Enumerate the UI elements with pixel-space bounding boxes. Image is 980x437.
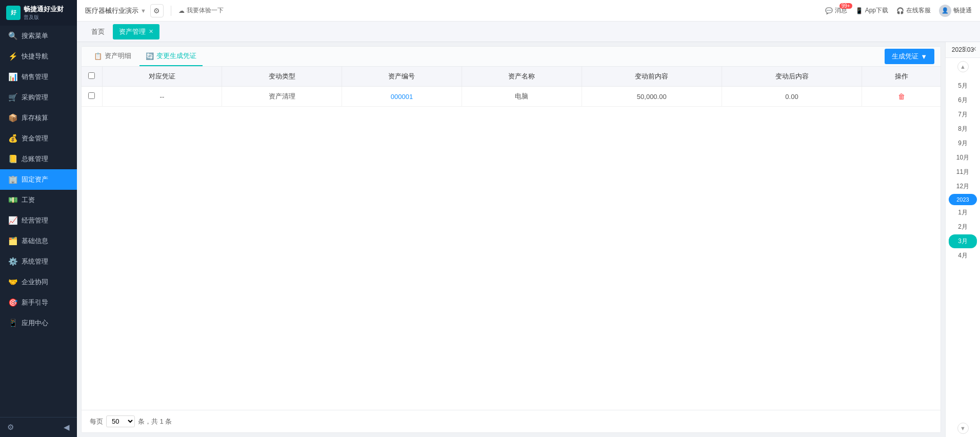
row-action-0: 🗑 [862,87,941,107]
logo-icon: 好 [6,6,21,20]
sales-label: 销售管理 [22,72,48,82]
purchase-icon: 🛒 [8,93,17,102]
user-menu-button[interactable]: 👤 畅捷通 [939,5,972,17]
sidebar-item-cooperation[interactable]: 🤝企业协同 [0,272,77,292]
tab-label-home: 首页 [91,27,105,36]
row-change-type-0: 资产清理 [222,87,342,107]
timeline-month-8月[interactable]: 8月 [949,122,977,136]
topbar-right: 💬 消息 99+ 📱 App下载 🎧 在线客服 👤 畅捷通 [825,5,972,17]
timeline-scroll: 5月6月7月8月9月10月11月12月20231月2月3月4月 [946,75,980,420]
timeline-month-2月[interactable]: 2月 [949,220,977,234]
search-icon: 🔍 [8,31,17,41]
tab-asset-management[interactable]: 资产管理✕ [113,24,159,39]
timeline-month-6月[interactable]: 6月 [949,93,977,107]
timeline-month-4月[interactable]: 4月 [949,249,977,263]
sidebar-item-app-center[interactable]: 📱应用中心 [0,313,77,333]
tab-asset-detail[interactable]: 📋 资产明细 [88,47,137,66]
guide-label: 新手引导 [22,298,48,307]
row-checkbox-0[interactable] [88,92,95,99]
delete-button-0[interactable]: 🗑 [898,92,905,101]
sales-icon: 📊 [8,72,17,82]
timeline-nav-top: ▲ [946,58,980,75]
collapse-icon[interactable]: ◀ [64,423,70,432]
sidebar-item-basic-info[interactable]: 🗂️基础信息 [0,231,77,251]
timeline-month-3月[interactable]: 3月 [949,234,977,248]
sidebar-item-search[interactable]: 🔍搜索菜单 [0,26,77,46]
sidebar-item-inventory[interactable]: 📦库存核算 [0,108,77,128]
column-header-voucher: 对应凭证 [102,67,222,87]
sidebar-item-system[interactable]: ⚙️系统管理 [0,251,77,272]
row-asset-code-0: 000001 [342,87,462,107]
select-all-checkbox[interactable] [88,72,95,79]
per-page-label: 每页 [90,417,103,426]
tab-home[interactable]: 首页 [85,24,111,39]
customer-service-button[interactable]: 🎧 在线客服 [896,6,931,15]
sidebar-item-purchase[interactable]: 🛒采购管理 [0,87,77,108]
timeline-header: 2023.03 ✕ ⊞ [946,42,980,58]
generate-voucher-button[interactable]: 生成凭证 ▼ [885,49,934,64]
generate-dropdown-icon: ▼ [921,53,927,61]
app-download-icon: 📱 [855,7,863,14]
timeline-year-badge-2023[interactable]: 2023 [949,194,977,205]
tab-change-voucher[interactable]: 🔄 变更生成凭证 [139,47,203,66]
timeline-month-5月[interactable]: 5月 [949,79,977,93]
ledger-label: 总账管理 [22,154,48,164]
salary-icon: 💵 [8,195,17,205]
logo-main-text: 畅捷通好业财 [24,5,64,14]
topbar-feedback-button[interactable]: ☁ 我要体验一下 [178,6,224,15]
tab-label-asset-management: 资产管理 [119,27,146,36]
tab-close-asset-management[interactable]: ✕ [149,28,153,35]
app-center-icon: 📱 [8,319,17,328]
table-container: 对应凭证 变动类型 资产编号 资产名称 变动前内容 变动后内容 操作 -- 资产… [82,67,941,410]
timeline-month-1月[interactable]: 1月 [949,206,977,220]
timeline-month-10月[interactable]: 10月 [949,151,977,165]
data-table: 对应凭证 变动类型 资产编号 资产名称 变动前内容 变动后内容 操作 -- 资产… [82,67,941,107]
notifications-badge: 99+ [839,3,852,9]
feedback-icon: ☁ [178,7,185,14]
app-download-button[interactable]: 📱 App下载 [855,6,888,15]
sidebar-item-sales[interactable]: 📊销售管理 [0,67,77,87]
sidebar-item-guide[interactable]: 🎯新手引导 [0,292,77,313]
sidebar-item-salary[interactable]: 💵工资 [0,190,77,210]
row-after-change-0: 0.00 [722,87,862,107]
dropdown-arrow-icon: ▼ [141,8,146,14]
timeline-month-12月[interactable]: 12月 [949,180,977,193]
basic-info-icon: 🗂️ [8,236,17,246]
timeline-close-button[interactable]: ✕ [971,45,977,53]
sidebar-item-ledger[interactable]: 📒总账管理 [0,149,77,169]
sidebar: 好 畅捷通好业财 普及版 🔍搜索菜单⚡快捷导航📊销售管理🛒采购管理📦库存核算💰资… [0,0,77,437]
app-download-label: App下载 [865,6,888,15]
timeline-month-7月[interactable]: 7月 [949,108,977,122]
timeline-up-button[interactable]: ▲ [957,61,969,72]
inventory-icon: 📦 [8,113,17,123]
purchase-label: 采购管理 [22,93,48,102]
company-selector[interactable]: 医疗器械行业演示 ▼ [85,6,146,15]
column-header-change-type: 变动类型 [222,67,342,87]
sidebar-item-fixed-assets[interactable]: 🏢固定资产 [0,169,77,190]
quick-nav-label: 快捷导航 [22,52,48,61]
inner-tabs: 📋 资产明细 🔄 变更生成凭证 生成凭证 ▼ [82,47,941,67]
system-icon: ⚙️ [8,257,17,266]
customer-service-icon: 🎧 [896,7,904,14]
settings-icon[interactable]: ⚙ [7,423,14,432]
cooperation-label: 企业协同 [22,277,48,287]
row-before-change-0: 50,000.00 [582,87,722,107]
timeline-month-11月[interactable]: 11月 [949,165,977,179]
finance-icon: 💰 [8,134,17,143]
asset-detail-icon: 📋 [94,52,102,60]
content-panel: 📋 资产明细 🔄 变更生成凭证 生成凭证 ▼ [81,46,941,433]
basic-info-label: 基础信息 [22,236,48,246]
timeline-month-9月[interactable]: 9月 [949,136,977,150]
timeline-down-button[interactable]: ▼ [957,423,969,434]
system-label: 系统管理 [22,257,48,266]
notifications-button[interactable]: 💬 消息 99+ [825,6,847,15]
sidebar-item-business[interactable]: 📈经营管理 [0,210,77,231]
username-label: 畅捷通 [953,6,972,15]
sidebar-item-quick-nav[interactable]: ⚡快捷导航 [0,46,77,67]
column-header-action: 操作 [862,67,941,87]
topbar-settings-button[interactable]: ⚙ [150,4,164,17]
per-page-select[interactable]: 50 10 20 100 [106,415,135,427]
timeline-expand-icon[interactable]: ⊞ [962,45,967,52]
asset-detail-label: 资产明细 [105,51,131,61]
sidebar-item-finance[interactable]: 💰资金管理 [0,128,77,149]
